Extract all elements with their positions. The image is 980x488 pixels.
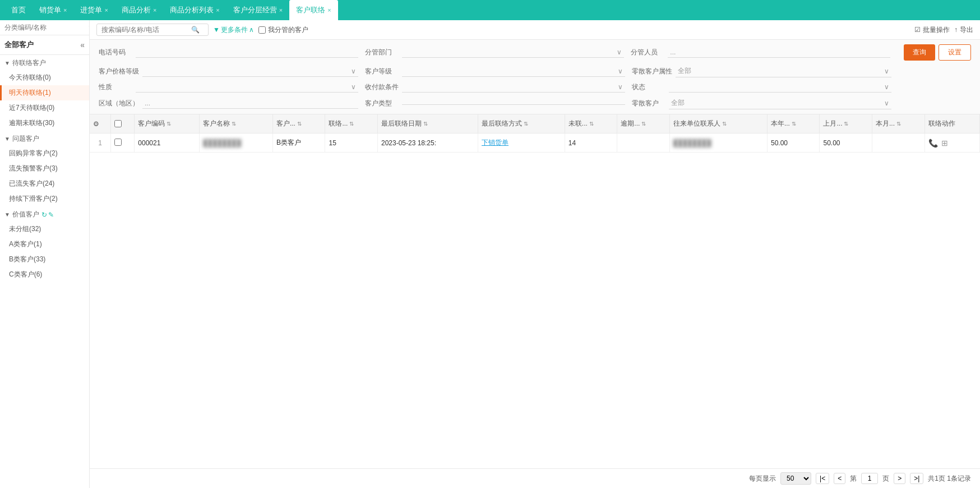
page-input[interactable] [861, 473, 878, 484]
close-icon[interactable]: × [279, 7, 283, 13]
close-icon[interactable]: × [63, 7, 67, 13]
sidebar-search-wrap: 🔍 [0, 20, 89, 35]
nav-home[interactable]: 首页 [4, 0, 33, 20]
chevron-down-icon: ∨ [351, 83, 356, 91]
chevron-down-icon: ∨ [351, 67, 356, 75]
set-button[interactable]: 设置 [939, 44, 971, 61]
sidebar-item-7days-contact[interactable]: 近7天待联络(0) [0, 100, 89, 116]
th-settings[interactable]: ⚙ [90, 114, 111, 133]
cell-this-month [872, 133, 924, 153]
collapse-icon[interactable]: « [80, 40, 85, 49]
next-page-btn[interactable]: > [894, 473, 905, 484]
cell-overdue [617, 133, 670, 153]
search-icon[interactable]: 🔍 [191, 26, 200, 34]
my-customers-checkbox[interactable]: 我分管的客户 [258, 25, 308, 35]
cell-last-month: 50.00 [820, 133, 872, 153]
refresh-icon[interactable]: ↻ [41, 211, 47, 219]
content-area: 🔍 ▼ 更多条件 ∧ 我分管的客户 ☑ 批量操作 ↑ 导出 [90, 20, 980, 488]
sort-icon[interactable]: ⇅ [844, 121, 848, 127]
export-btn[interactable]: ↑ 导出 [954, 25, 973, 35]
chevron-down-icon: ∨ [884, 99, 889, 107]
sort-icon[interactable]: ⇅ [349, 121, 354, 127]
dept-select[interactable]: ∨ [402, 47, 625, 58]
nav-customer-tier[interactable]: 客户分层经营 × [226, 0, 289, 20]
nav-product-analysis-list[interactable]: 商品分析列表 × [163, 0, 226, 20]
batch-operation-btn[interactable]: ☑ 批量操作 [914, 25, 950, 35]
sidebar-item-ungrouped[interactable]: 未分组(32) [0, 222, 89, 237]
more-conditions-btn[interactable]: ▼ 更多条件 ∧ [213, 25, 254, 35]
status-select[interactable]: ∨ [669, 82, 891, 93]
retail-customer-select[interactable]: 全部 ∨ [669, 97, 891, 109]
nav-purchase-order[interactable]: 进货单 × [73, 0, 114, 20]
sort-icon[interactable]: ⇅ [423, 121, 428, 127]
triangle-icon: ▼ [4, 136, 10, 142]
close-icon[interactable]: × [327, 7, 331, 13]
triangle-icon: ▼ [4, 60, 10, 66]
table-footer: 每页显示 50 100 200 |< < 第 页 > >| 共1页 1条记录 [90, 468, 980, 488]
payment-select[interactable]: ∨ [402, 82, 625, 93]
sort-icon[interactable]: ⇅ [589, 121, 594, 127]
th-checkbox[interactable] [111, 114, 135, 133]
page-size-select[interactable]: 50 100 200 [780, 472, 811, 485]
last-page-btn[interactable]: >| [910, 473, 923, 484]
my-customers-check[interactable] [258, 26, 266, 34]
sort-icon[interactable]: ⇅ [896, 121, 901, 127]
nature-select[interactable]: ∨ [136, 82, 358, 93]
search-input[interactable] [101, 26, 191, 34]
grid-icon[interactable]: ⊞ [941, 139, 948, 148]
cell-contact-count: 15 [325, 133, 378, 153]
sort-icon[interactable]: ⇅ [792, 121, 796, 127]
table-row: 1 000021 ████████ B类客户 15 2023-05-23 18:… [90, 133, 980, 153]
cell-checkbox[interactable] [111, 133, 135, 153]
sort-icon[interactable]: ⇅ [641, 121, 646, 127]
prev-page-btn[interactable]: < [834, 473, 845, 484]
sidebar-item-a-class[interactable]: A类客户(1) [0, 237, 89, 252]
sort-icon[interactable]: ⇅ [722, 121, 727, 127]
th-contact-action: 联络动作 [924, 114, 980, 133]
sidebar-item-loss-warning[interactable]: 流失预警客户(3) [0, 161, 89, 176]
sidebar-item-declining-customers[interactable]: 持续下滑客户(2) [0, 191, 89, 206]
sidebar-all-customers[interactable]: 全部客户 « [0, 35, 89, 55]
manager-select[interactable]: ... [668, 47, 890, 58]
customer-level-select[interactable]: ∨ [402, 66, 625, 77]
price-level-select[interactable]: ∨ [142, 66, 358, 77]
select-all-checkbox[interactable] [114, 120, 122, 127]
region-select[interactable]: ... [142, 98, 358, 109]
chevron-down-icon: ∨ [884, 67, 889, 75]
sidebar-item-c-class[interactable]: C类客户(6) [0, 267, 89, 282]
sidebar-item-overdue-contact[interactable]: 逾期未联络(30) [0, 116, 89, 131]
top-navigation: 首页 销货单 × 进货单 × 商品分析 × 商品分析列表 × 客户分层经营 × … [0, 0, 980, 20]
sidebar-item-lost-customers[interactable]: 已流失客户(24) [0, 176, 89, 191]
sort-icon[interactable]: ⇅ [232, 121, 236, 127]
sort-icon[interactable]: ⇅ [167, 121, 171, 127]
sort-icon[interactable]: ⇅ [524, 121, 528, 127]
cell-last-contact-date: 2023-05-23 18:25: [377, 133, 478, 153]
filter-retail-customer: 零散客户 全部 ∨ [632, 97, 891, 109]
close-icon[interactable]: × [216, 7, 219, 13]
close-icon[interactable]: × [153, 7, 156, 13]
row-checkbox[interactable] [114, 139, 122, 146]
sort-icon[interactable]: ⇅ [297, 121, 302, 127]
sidebar-item-b-class[interactable]: B类客户(33) [0, 252, 89, 267]
query-button[interactable]: 查询 [904, 44, 935, 61]
nav-customer-contact[interactable]: 客户联络 × [289, 0, 338, 20]
retail-attr-select[interactable]: 全部 ∨ [676, 65, 891, 77]
nav-sales-order[interactable]: 销货单 × [33, 0, 73, 20]
phone-icon[interactable]: 📞 [928, 139, 938, 148]
customer-type-select[interactable] [402, 102, 625, 105]
filter-row-2: 客户价格等级 ∨ 客户等级 ∨ 零散客户属性 全部 [99, 65, 971, 77]
sidebar-item-rebuy-abnormal[interactable]: 回购异常客户(2) [0, 146, 89, 161]
search-input-wrap[interactable]: 🔍 [96, 24, 209, 36]
cell-unit-contact: ████████ [669, 133, 767, 153]
edit-icon[interactable]: ✎ [48, 211, 54, 219]
sidebar-section-pending: ▼ 待联络客户 [0, 55, 89, 70]
th-last-month: 上月... ⇅ [820, 114, 872, 133]
nav-product-analysis[interactable]: 商品分析 × [115, 0, 163, 20]
close-icon[interactable]: × [104, 7, 108, 13]
cell-last-contact-way[interactable]: 下销货单 [478, 133, 565, 153]
sidebar-item-today-contact[interactable]: 今天待联络(0) [0, 70, 89, 85]
sidebar-item-tomorrow-contact[interactable]: 明天待联络(1) [0, 85, 89, 100]
sidebar-search-input[interactable] [4, 24, 89, 31]
phone-input[interactable] [136, 47, 358, 58]
first-page-btn[interactable]: |< [816, 473, 829, 484]
